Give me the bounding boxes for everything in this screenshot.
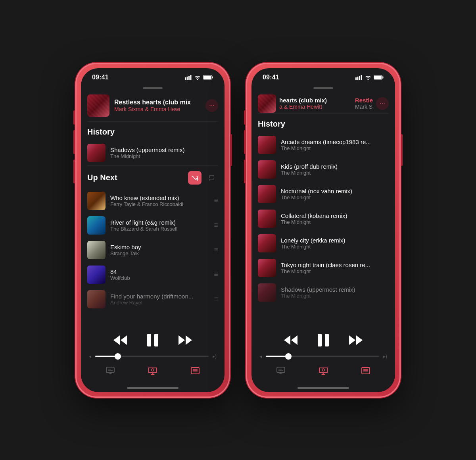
progress-thumb[interactable] (115, 353, 121, 360)
history-track-art-0 (87, 144, 106, 162)
history2-item-5[interactable]: Tokyo night train (claes rosen re... The… (251, 256, 395, 280)
signal-icon-2 (355, 75, 363, 80)
history2-art-1 (258, 160, 276, 179)
svg-point-41 (322, 369, 324, 371)
airplay-tab-2[interactable] (319, 366, 328, 375)
svg-rect-33 (325, 334, 329, 346)
svg-rect-9 (147, 334, 151, 346)
pause-icon (147, 334, 158, 346)
next-button-2[interactable] (349, 335, 363, 346)
svg-rect-23 (355, 77, 357, 80)
svg-marker-31 (291, 335, 298, 345)
status-icons (185, 75, 213, 80)
drag-handle-1[interactable]: ≡ (214, 221, 218, 229)
play-pause-button-2[interactable] (318, 334, 329, 346)
history2-title-3: Collateral (kobana remix) (281, 212, 389, 219)
drag-handle-4[interactable]: ≡ (214, 295, 218, 303)
up-next-list: Who knew (extended mix) Ferry Tayle & Fr… (81, 189, 225, 312)
vol-max-icon-2: ▸) (383, 354, 387, 359)
history2-info-2: Nocturnal (nox vahn remix) The Midnight (281, 188, 389, 200)
history2-item-3[interactable]: Collateral (kobana remix) The Midnight (251, 206, 395, 231)
rewind-icon-2 (284, 335, 298, 346)
svg-rect-10 (154, 334, 158, 346)
volume-up-button-2[interactable] (244, 130, 246, 154)
history2-info-3: Collateral (kobana remix) The Midnight (281, 212, 389, 225)
svg-rect-3 (190, 75, 192, 80)
history2-item-2[interactable]: Nocturnal (nox vahn remix) The Midnight (251, 182, 395, 206)
playback-area: ◂ ▸) (81, 326, 225, 392)
playback-controls-2 (251, 330, 395, 350)
home-indicator-2 (298, 387, 349, 389)
shuffle-icon (191, 175, 198, 181)
history2-item-4[interactable]: Lonely city (erkka remix) The Midnight (251, 231, 395, 256)
svg-rect-29 (374, 76, 382, 79)
battery-icon (203, 75, 213, 80)
now-playing-artist-2b: Mark S (355, 104, 373, 110)
drag-handle-2[interactable]: ≡ (214, 246, 218, 254)
status-time-2: 09:41 (263, 74, 279, 81)
history-list: Shadows (uppermost remix) The Midnight (81, 141, 225, 165)
up-next-art-2 (87, 241, 106, 259)
progress-track[interactable] (95, 356, 209, 357)
up-next-item-3[interactable]: 84 Wolfclub ≡ (81, 262, 225, 287)
airplay-tab[interactable] (148, 366, 157, 375)
current-track-title: Restless hearts (club mix (114, 99, 201, 106)
lyrics-tab[interactable] (106, 366, 115, 375)
rewind-icon (113, 335, 127, 346)
volume-up-button[interactable] (73, 130, 75, 154)
scroll-handle-2 (313, 87, 333, 89)
svg-rect-0 (185, 77, 186, 80)
history2-art-3 (258, 210, 276, 228)
home-indicator (127, 387, 178, 389)
history2-item-1[interactable]: Kids (proff dub remix) The Midnight (251, 157, 395, 182)
lyrics-tab-2[interactable] (276, 366, 286, 375)
power-button-2[interactable] (401, 134, 403, 166)
drag-handle-3[interactable]: ≡ (214, 270, 218, 279)
prev-button[interactable] (113, 335, 127, 346)
progress-thumb-2[interactable] (285, 353, 292, 360)
svg-marker-12 (186, 335, 192, 345)
current-track-art (87, 94, 109, 117)
queue-tab[interactable] (190, 366, 200, 375)
up-next-controls (188, 171, 218, 185)
lyrics-icon (106, 366, 115, 375)
up-next-title-0: Who knew (extended mix) (110, 194, 209, 201)
playback-controls (81, 330, 225, 350)
wifi-icon-2 (365, 75, 371, 80)
next-button[interactable] (178, 335, 192, 346)
airplay-icon (148, 366, 157, 375)
power-button[interactable] (230, 134, 232, 166)
history2-item-6[interactable]: Shadows (uppermost remix) The Midnight (251, 280, 395, 305)
shuffle-button[interactable] (188, 171, 202, 185)
silent-button-2[interactable] (244, 110, 246, 125)
now-playing-2a: hearts (club mix) a & Emma Hewitt (279, 97, 352, 110)
volume-down-button[interactable] (73, 160, 75, 183)
up-next-item-1[interactable]: River of light (e&g remix) The Blizzard … (81, 213, 225, 238)
playback-area-2: ◂ ▸) (251, 326, 395, 392)
battery-icon-2 (374, 75, 384, 80)
up-next-item-2[interactable]: Eskimo boy Strange Talk ≡ (81, 238, 225, 262)
volume-down-button-2[interactable] (244, 160, 246, 183)
silent-button[interactable] (73, 110, 75, 125)
now-playing-artist-2a: a & Emma Hewitt (279, 104, 352, 110)
drag-handle-0[interactable]: ≡ (214, 196, 218, 205)
progress-track-2[interactable] (266, 356, 379, 357)
queue-tab-2[interactable] (361, 366, 370, 375)
history2-info-5: Tokyo night train (claes rosen re... The… (281, 262, 389, 274)
more-options-button[interactable]: ··· (205, 99, 218, 112)
history2-item-0[interactable]: Arcade dreams (timecop1983 re... The Mid… (251, 133, 395, 157)
play-pause-button[interactable] (147, 334, 158, 346)
svg-rect-1 (187, 77, 188, 80)
prev-button-2[interactable] (284, 335, 298, 346)
repeat-button[interactable] (205, 171, 218, 185)
up-next-item-0[interactable]: Who knew (extended mix) Ferry Tayle & Fr… (81, 189, 225, 213)
up-next-item-4[interactable]: Find your harmony (driftmoon... Andrew R… (81, 287, 225, 312)
history-item-0[interactable]: Shadows (uppermost remix) The Midnight (81, 141, 225, 165)
lyrics-icon-2 (276, 366, 286, 375)
fast-forward-icon-2 (349, 335, 363, 346)
pause-icon-2 (318, 334, 329, 346)
up-next-info-1: River of light (e&g remix) The Blizzard … (110, 219, 209, 232)
more-options-button-2[interactable]: ··· (376, 97, 389, 110)
history2-art-0 (258, 136, 276, 154)
current-track-thumb (87, 94, 109, 117)
